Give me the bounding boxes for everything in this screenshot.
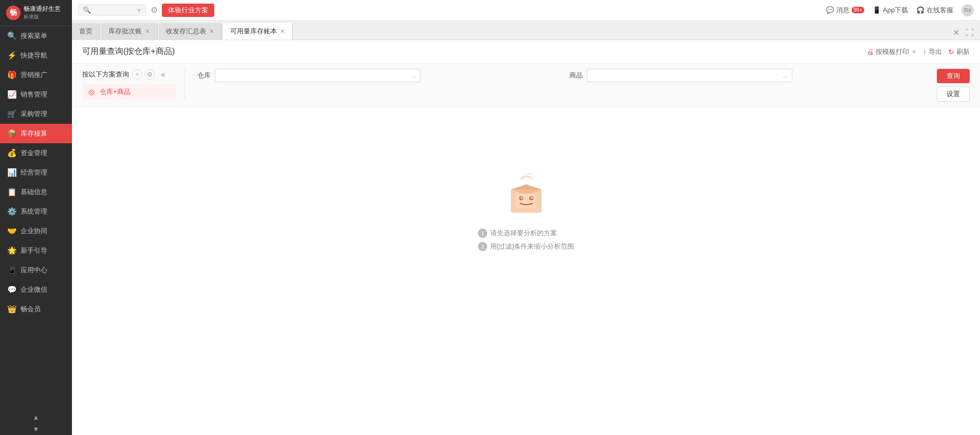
warehouse-more-btn[interactable]: ... <box>411 72 416 79</box>
svg-rect-1 <box>516 194 537 208</box>
export-label: 导出 <box>929 47 942 56</box>
sidebar-item-finance-label: 资金管理 <box>21 148 47 158</box>
tab-receive-summary-close[interactable]: ✕ <box>209 28 214 34</box>
page-header: 可用量查询(按仓库+商品) 🖨 按模板打印 ▼ ↑ 导出 ↻ 刷新 <box>72 40 980 64</box>
filter-row-1: 仓库 ... 商品 ... <box>195 69 929 82</box>
print-icon: 🖨 <box>866 48 874 56</box>
system-icon: ⚙️ <box>7 207 16 216</box>
tab-available-ledger-close[interactable]: ✕ <box>280 28 285 34</box>
sidebar-item-inventory[interactable]: 📦 库存核算 <box>0 124 72 143</box>
sidebar-item-operation[interactable]: 📊 经营管理 <box>0 163 72 182</box>
empty-tips: 1 请先选择要分析的方案 2 用[过滤]条件来缩小分析范围 <box>478 229 574 251</box>
tab-available-ledger[interactable]: 可用量库存账本 ✕ <box>223 23 293 40</box>
scheme-warehouse-product[interactable]: ◎ 仓库+商品 <box>82 84 176 100</box>
scheme-icon: ◎ <box>86 87 97 97</box>
app-download-label: App下载 <box>883 6 908 15</box>
sidebar-item-purchase[interactable]: 🛒 采购管理 <box>0 104 72 124</box>
sidebar-item-new-guide[interactable]: 🌟 新手引导 <box>0 241 72 260</box>
empty-tip-1: 1 请先选择要分析的方案 <box>478 229 574 238</box>
add-scheme-button[interactable]: + <box>132 69 142 80</box>
sidebar-scroll: 🔍 搜索菜单 ⚡ 快捷导航 🎁 营销推广 📈 销售管理 🛒 采购管理 📦 库存核… <box>0 26 72 411</box>
print-action[interactable]: 🖨 按模板打印 ▼ <box>866 47 917 56</box>
sidebar-item-quick-nav[interactable]: ⚡ 快捷导航 <box>0 46 72 65</box>
tabs-actions: ✕ ⛶ <box>951 26 980 40</box>
product-input[interactable]: ... <box>587 69 792 82</box>
message-label: 消息 <box>836 6 849 15</box>
query-button[interactable]: 查询 <box>937 69 970 83</box>
tab-batch-ledger-close[interactable]: ✕ <box>145 28 150 34</box>
refresh-action[interactable]: ↻ 刷新 <box>948 47 970 56</box>
headset-icon: 🎧 <box>916 6 924 14</box>
topbar-search-box[interactable]: 🔍 ▼ <box>78 4 146 16</box>
message-badge: 99+ <box>852 7 864 13</box>
sidebar-item-member[interactable]: 👑 畅会员 <box>0 299 72 319</box>
empty-tip-2: 2 用[过滤]条件来缩小分析范围 <box>478 242 574 251</box>
tabs-bar: 首页 库存批次账 ✕ 收发存汇总表 ✕ 可用量库存账本 ✕ ✕ ⛶ <box>72 21 980 40</box>
page-content: 可用量查询(按仓库+商品) 🖨 按模板打印 ▼ ↑ 导出 ↻ 刷新 <box>72 40 980 435</box>
app-download-item[interactable]: 📱 App下载 <box>873 6 908 15</box>
sidebar-item-sales-label: 销售管理 <box>21 90 47 99</box>
filter-settings-button[interactable]: 设置 <box>937 86 970 102</box>
settings-gear-icon[interactable]: ⚙ <box>151 5 158 15</box>
print-label: 按模板打印 <box>876 47 909 56</box>
purchase-icon: 🛒 <box>7 109 16 119</box>
export-action[interactable]: ↑ 导出 <box>923 47 942 56</box>
tab-receive-summary[interactable]: 收发存汇总表 ✕ <box>159 23 222 40</box>
topbar-search-input[interactable] <box>93 7 134 14</box>
sidebar-item-basic-info-label: 基础信息 <box>21 187 47 197</box>
sidebar-item-inventory-label: 库存核算 <box>21 129 47 138</box>
online-service-item[interactable]: 🎧 在线客服 <box>916 6 953 15</box>
product-field: 商品 ... <box>567 69 929 82</box>
sidebar-scroll-down[interactable]: ▼ <box>0 423 72 435</box>
sidebar-item-corp-wechat[interactable]: 💬 企业微信 <box>0 280 72 299</box>
tab-home-label: 首页 <box>79 27 93 36</box>
message-item[interactable]: 💬 消息 99+ <box>826 6 864 15</box>
export-icon: ↑ <box>923 48 927 56</box>
corp-wechat-icon: 💬 <box>7 285 16 294</box>
search-icon: 🔍 <box>83 6 91 14</box>
empty-illustration <box>501 169 552 220</box>
sidebar-item-system[interactable]: ⚙️ 系统管理 <box>0 202 72 221</box>
solution-button[interactable]: 体验行业方案 <box>162 4 214 17</box>
operation-icon: 📊 <box>7 168 16 177</box>
sidebar-item-app-center[interactable]: 📱 应用中心 <box>0 260 72 280</box>
filter-fields: 仓库 ... 商品 ... <box>185 69 929 82</box>
sidebar-item-new-guide-label: 新手引导 <box>21 246 47 255</box>
sidebar-item-search[interactable]: 🔍 搜索菜单 <box>0 26 72 46</box>
app-download-icon: 📱 <box>873 6 881 14</box>
product-label: 商品 <box>567 71 583 80</box>
print-dropdown-icon: ▼ <box>911 49 917 55</box>
collapse-scheme-button[interactable]: « <box>158 69 169 80</box>
logo-sub: 标准版 <box>24 13 61 21</box>
finance-icon: 💰 <box>7 148 16 158</box>
tab-close-button[interactable]: ✕ <box>951 26 961 40</box>
page-title: 可用量查询(按仓库+商品) <box>82 46 175 57</box>
scheme-label: 仓库+商品 <box>100 87 131 97</box>
settings-scheme-button[interactable]: ⚙ <box>144 69 155 80</box>
filter-scheme-panel: 按以下方案查询 + ⚙ « ◎ 仓库+商品 <box>82 69 185 100</box>
warehouse-field: 仓库 ... <box>195 69 557 82</box>
tab-receive-summary-label: 收发存汇总表 <box>166 27 206 36</box>
logo-icon: 畅 <box>6 6 21 20</box>
sidebar-item-sales[interactable]: 📈 销售管理 <box>0 85 72 104</box>
sidebar-item-marketing[interactable]: 🎁 营销推广 <box>0 65 72 85</box>
tab-maximize-button[interactable]: ⛶ <box>964 26 976 40</box>
tab-batch-ledger[interactable]: 库存批次账 ✕ <box>101 23 158 40</box>
sidebar-item-corp-collab[interactable]: 🤝 企业协同 <box>0 221 72 241</box>
warehouse-input[interactable]: ... <box>215 69 420 82</box>
filter-scheme-header: 按以下方案查询 + ⚙ « <box>82 69 176 80</box>
sidebar-scroll-up[interactable]: ▲ <box>0 411 72 423</box>
tab-home[interactable]: 首页 <box>72 23 100 40</box>
sidebar: 畅 畅康通好生意 标准版 🔍 搜索菜单 ⚡ 快捷导航 🎁 营销推广 📈 销售管理… <box>0 0 72 435</box>
empty-tip-2-text: 用[过滤]条件来缩小分析范围 <box>490 242 574 251</box>
svg-point-4 <box>521 197 522 199</box>
tab-batch-ledger-label: 库存批次账 <box>108 27 142 36</box>
sidebar-item-marketing-label: 营销推广 <box>21 70 47 80</box>
sidebar-item-finance[interactable]: 💰 资金管理 <box>0 143 72 163</box>
product-more-btn[interactable]: ... <box>782 72 787 79</box>
sidebar-item-basic-info[interactable]: 📋 基础信息 <box>0 182 72 202</box>
tab-available-ledger-label: 可用量库存账本 <box>230 27 277 36</box>
user-avatar[interactable]: Rit <box>961 4 974 16</box>
refresh-label: 刷新 <box>956 47 970 56</box>
basic-info-icon: 📋 <box>7 187 16 197</box>
